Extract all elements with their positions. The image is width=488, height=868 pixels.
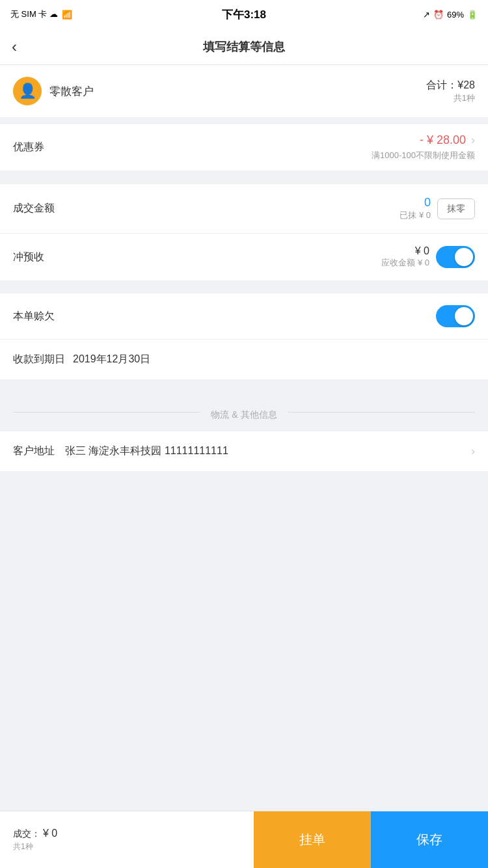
status-time: 下午3:18 — [222, 7, 266, 22]
logistics-label: 物流 & 其他信息 — [200, 409, 287, 421]
prepayment-toggle[interactable] — [436, 246, 475, 268]
nav-bar: ‹ 填写结算等信息 — [0, 29, 488, 65]
customer-avatar: 👤 — [13, 77, 42, 105]
coupon-row[interactable]: 优惠券 - ¥ 28.00 › 满1000-100不限制使用金额 — [0, 124, 488, 170]
wifi-icon: 📶 — [62, 10, 72, 20]
battery-label: 69% — [447, 10, 464, 20]
sim-label: 无 SIM 卡 ☁ — [10, 8, 58, 20]
prepayment-right: ¥ 0 应收金额 ¥ 0 — [381, 245, 475, 269]
bottom-bar: 成交： ¥ 0 共1种 挂单 保存 — [0, 811, 488, 868]
status-left: 无 SIM 卡 ☁ 📶 — [10, 8, 72, 20]
customer-right: 合计：¥28 共1种 — [426, 79, 475, 104]
page-title: 填写结算等信息 — [203, 39, 285, 55]
toggle-knob — [455, 248, 473, 266]
address-value: 张三 海淀永丰科技园 11111111111 — [65, 444, 228, 458]
bottom-deal: 成交： ¥ 0 共1种 — [13, 828, 241, 852]
transaction-label: 成交金额 — [13, 202, 55, 215]
save-button-label: 保存 — [416, 831, 442, 848]
section-divider-3 — [0, 386, 488, 392]
save-button[interactable]: 保存 — [371, 811, 488, 869]
customer-left: 👤 零散客户 — [13, 77, 94, 105]
transaction-value-col: 0 已抹 ¥ 0 — [400, 196, 431, 221]
bottom-info: 成交： ¥ 0 共1种 — [0, 828, 254, 852]
hold-button-label: 挂单 — [299, 831, 325, 848]
due-date-value: 2019年12月30日 — [73, 353, 150, 366]
status-bar: 无 SIM 卡 ☁ 📶 下午3:18 ↗ ⏰ 69% 🔋 — [0, 0, 488, 29]
customer-count: 共1种 — [426, 92, 475, 104]
coupon-sub-text: 满1000-100不限制使用金额 — [372, 150, 475, 161]
coupon-section[interactable]: 优惠券 - ¥ 28.00 › 满1000-100不限制使用金额 — [0, 124, 488, 170]
logistics-section: 物流 & 其他信息 — [0, 392, 488, 431]
due-date-row: 收款到期日 2019年12月30日 — [0, 339, 488, 379]
debt-section: 本单赊欠 收款到期日 2019年12月30日 — [0, 293, 488, 379]
prepayment-value: ¥ 0 — [381, 245, 429, 257]
deal-label: 成交： — [13, 828, 40, 840]
deal-amount-row: 成交： ¥ 0 — [13, 828, 241, 840]
transaction-right: 0 已抹 ¥ 0 抹零 — [400, 196, 475, 221]
customer-total: 合计：¥28 — [426, 79, 475, 92]
battery-icon: 🔋 — [467, 10, 478, 20]
transaction-value: 0 — [400, 196, 431, 210]
status-right: ↗ ⏰ 69% 🔋 — [423, 10, 478, 20]
transaction-sub-text: 已抹 ¥ 0 — [400, 210, 431, 221]
customer-row: 👤 零散客户 合计：¥28 共1种 — [0, 65, 488, 117]
section-divider-1 — [0, 177, 488, 183]
customer-name: 零散客户 — [49, 84, 94, 99]
avatar-icon: 👤 — [19, 83, 36, 100]
address-left: 客户地址 张三 海淀永丰科技园 11111111111 — [13, 444, 228, 458]
debt-row: 本单赊欠 — [0, 293, 488, 339]
prepayment-label: 冲预收 — [13, 251, 44, 264]
address-row[interactable]: 客户地址 张三 海淀永丰科技园 11111111111 › — [0, 431, 488, 471]
debt-toggle[interactable] — [436, 305, 475, 327]
address-section[interactable]: 客户地址 张三 海淀永丰科技园 11111111111 › — [0, 431, 488, 471]
coupon-right: - ¥ 28.00 › 满1000-100不限制使用金额 — [372, 133, 475, 161]
prepayment-sub-text: 应收金额 ¥ 0 — [381, 257, 429, 269]
due-date-label: 收款到期日 — [13, 353, 65, 366]
coupon-chevron-icon: › — [471, 133, 475, 147]
customer-section: 👤 零散客户 合计：¥28 共1种 — [0, 65, 488, 117]
content-area: 👤 零散客户 合计：¥28 共1种 优惠券 - ¥ 28.00 › 满1000-… — [0, 65, 488, 543]
back-button[interactable]: ‹ — [12, 38, 17, 56]
address-chevron-icon: › — [471, 444, 475, 458]
coupon-label: 优惠券 — [13, 141, 44, 154]
section-divider-2 — [0, 287, 488, 293]
alarm-icon: ⏰ — [433, 10, 444, 20]
round-zero-button[interactable]: 抹零 — [437, 198, 475, 219]
prepayment-value-col: ¥ 0 应收金额 ¥ 0 — [381, 245, 429, 269]
deal-count: 共1种 — [13, 841, 241, 852]
location-icon: ↗ — [423, 10, 430, 20]
address-label: 客户地址 — [13, 444, 55, 458]
prepayment-row: 冲预收 ¥ 0 应收金额 ¥ 0 — [0, 233, 488, 280]
debt-toggle-knob — [455, 307, 473, 325]
transaction-row: 成交金额 0 已抹 ¥ 0 抹零 — [0, 183, 488, 233]
hold-button[interactable]: 挂单 — [254, 811, 371, 869]
coupon-discount-value: - ¥ 28.00 — [420, 133, 466, 147]
transaction-section: 成交金额 0 已抹 ¥ 0 抹零 冲预收 ¥ 0 应收金额 ¥ 0 — [0, 183, 488, 280]
debt-right — [436, 305, 475, 327]
deal-amount: ¥ 0 — [43, 828, 57, 839]
debt-label: 本单赊欠 — [13, 310, 55, 323]
